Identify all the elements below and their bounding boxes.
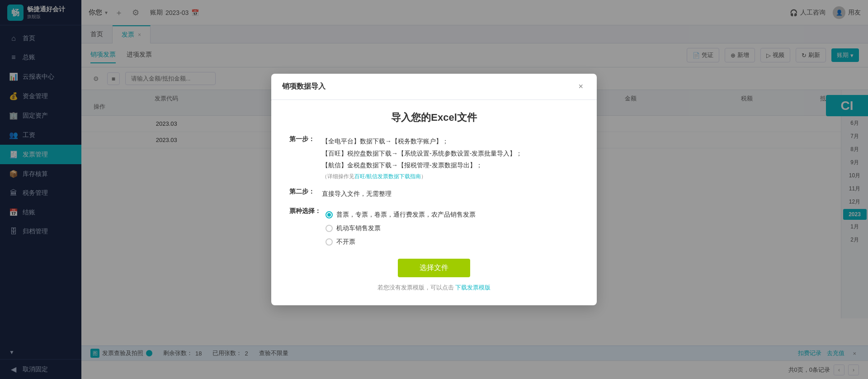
modal-body: 导入您的Excel文件 第一步： 【全电平台】数据下载→【税务数字账户】； 【百… [271,100,597,305]
radio-dot-1 [327,213,331,217]
select-file-button[interactable]: 选择文件 [398,259,470,277]
modal-footer: 若您没有发票模版，可以点击 下载发票模版 [289,284,579,292]
step1-line3: 【航信】金税盘数据下载→【报税管理-发票数据导出】； [322,159,522,171]
step1-label: 第一步： [289,135,316,182]
step1-link[interactable]: 百旺/航信发票数据下载指南 [354,173,421,180]
step2-content: 直接导入文件，无需整理 [322,188,392,200]
modal-overlay: 销项数据导入 × 导入您的Excel文件 第一步： 【全电平台】数据下载→【税务… [0,0,868,379]
download-template-link[interactable]: 下载发票模版 [455,284,491,291]
radio-item-type2[interactable]: 机动车销售发票 [326,224,476,232]
modal-header: 销项数据导入 × [271,74,597,100]
radio-label-2: 机动车销售发票 [336,224,381,232]
import-modal: 销项数据导入 × 导入您的Excel文件 第一步： 【全电平台】数据下载→【税务… [271,74,597,305]
ticket-label: 票种选择： [289,206,326,215]
radio-item-type1[interactable]: 普票，专票，卷票，通行费发票，农产品销售发票 × 现在支持的票种多了，导入发票时… [326,211,476,219]
step1-line1: 【全电平台】数据下载→【税务数字账户】； [322,135,522,147]
modal-main-title: 导入您的Excel文件 [289,111,579,124]
step2-label: 第二步： [289,188,316,200]
radio-circle-3 [326,238,333,246]
modal-step1: 第一步： 【全电平台】数据下载→【税务数字账户】； 【百旺】税控盘数据下载→【系… [289,135,579,182]
step2-text: 直接导入文件，无需整理 [322,190,392,197]
modal-step2: 第二步： 直接导入文件，无需整理 [289,188,579,200]
radio-circle-2 [326,225,333,232]
step1-content: 【全电平台】数据下载→【税务数字账户】； 【百旺】税控盘数据下载→【系统设置-系… [322,135,522,182]
step1-line2: 【百旺】税控盘数据下载→【系统设置-系统参数设置-发票批量导入】； [322,147,522,160]
radio-circle-1 [326,211,333,218]
modal-title: 销项数据导入 [282,82,326,91]
modal-close-button[interactable]: × [576,81,586,92]
footer-note-text: 若您没有发票模版，可以点击 [377,284,454,291]
radio-item-type3[interactable]: 不开票 [326,238,476,246]
radio-label-3: 不开票 [336,238,355,246]
radio-group: 普票，专票，卷票，通行费发票，农产品销售发票 × 现在支持的票种多了，导入发票时… [326,211,476,246]
ticket-selection: 票种选择： 普票，专票，卷票，通行费发票，农产品销售发票 × [289,206,579,250]
step1-note: （详细操作见百旺/航信发票数据下载指南） [322,171,522,182]
radio-label-1: 普票，专票，卷票，通行费发票，农产品销售发票 [336,211,476,219]
